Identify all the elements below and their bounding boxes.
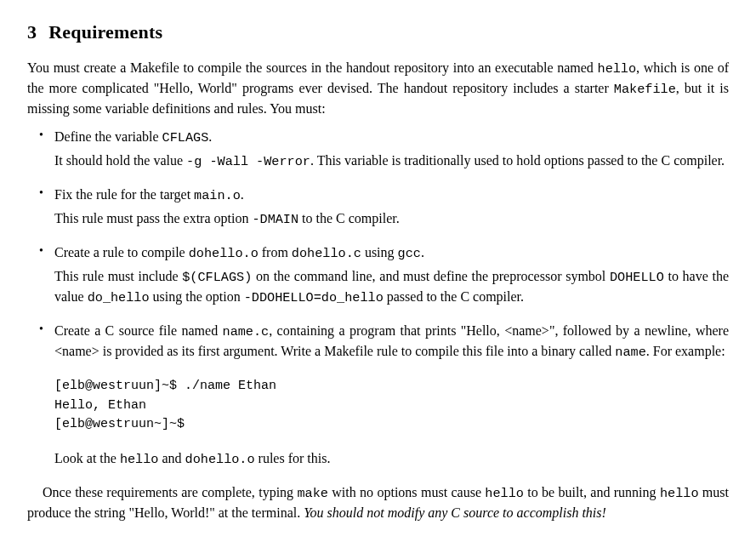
code-ddohello: -DDOHELLO=do_hello <box>244 290 384 305</box>
item-lead: Create a C source file named name.c, con… <box>54 321 729 362</box>
item-lead: Create a rule to compile dohello.o from … <box>54 242 729 263</box>
section-heading: 3Requirements <box>27 19 729 46</box>
closing-paragraph: Once these requirements are complete, ty… <box>27 482 729 522</box>
code-makefile: Makefile <box>614 82 676 97</box>
requirements-list: Define the variable CFLAGS. It should ho… <box>27 127 729 469</box>
closing-emphasis: You should not modify any C source to ac… <box>304 505 606 520</box>
code-gcc: gcc <box>398 246 421 261</box>
code-do-hello: do_hello <box>88 290 150 305</box>
code-name-c: name.c <box>223 324 270 339</box>
code-hello-run: hello <box>660 486 699 501</box>
code-dohello-c: dohello.c <box>292 246 361 261</box>
requirement-item: Define the variable CFLAGS. It should ho… <box>54 127 729 171</box>
item-lead: Define the variable CFLAGS. <box>54 127 729 147</box>
code-hello-rule: hello <box>120 452 159 467</box>
code-hello: hello <box>598 61 637 77</box>
section-number: 3 <box>27 19 37 46</box>
code-name: name <box>615 345 645 360</box>
code-flags: -g -Wall -Werror <box>186 154 310 169</box>
code-dohello-rule: dohello.o <box>185 452 255 467</box>
item-lead: Fix the rule for the target main.o. <box>54 185 729 205</box>
requirement-item: Create a rule to compile dohello.o from … <box>54 242 729 307</box>
item-tail: Look at the hello and dohello.o rules fo… <box>54 448 729 469</box>
code-dmain: -DMAIN <box>252 212 298 227</box>
intro-paragraph: You must create a Makefile to compile th… <box>27 58 729 118</box>
code-dohello-o: dohello.o <box>189 246 259 261</box>
code-dohello-sym: DOHELLO <box>610 270 664 285</box>
code-cflags: CFLAGS <box>162 130 209 145</box>
code-hello-target: hello <box>485 486 524 501</box>
requirement-item: Fix the rule for the target main.o. This… <box>54 185 729 229</box>
section-title: Requirements <box>48 21 162 43</box>
code-main-o: main.o <box>194 188 241 203</box>
item-body: It should hold the value -g -Wall -Werro… <box>54 151 729 171</box>
item-body: This rule must include $(CFLAGS) on the … <box>54 266 729 307</box>
requirement-item: Create a C source file named name.c, con… <box>54 321 729 469</box>
code-make: make <box>297 486 327 501</box>
example-terminal: [elb@westruun]~$ ./name Ethan Hello, Eth… <box>54 377 729 435</box>
item-body: This rule must pass the extra option -DM… <box>54 208 729 229</box>
code-cflags-var: $(CFLAGS) <box>182 270 252 285</box>
